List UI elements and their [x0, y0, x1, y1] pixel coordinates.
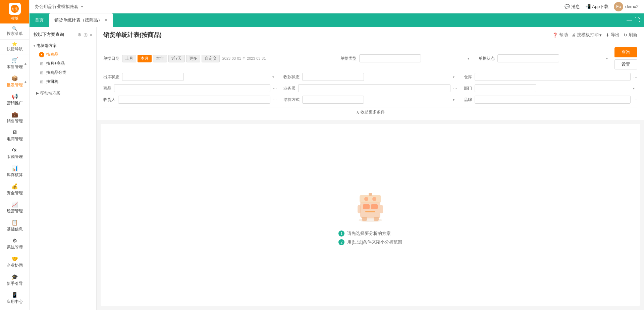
- receiver-label: 收货人: [103, 97, 115, 103]
- sidebar-item-apps[interactable]: 📱 应用中心: [0, 289, 29, 307]
- collapse-button[interactable]: ∧ 收起更多条件: [356, 109, 385, 115]
- product-more-icon[interactable]: ···: [273, 86, 277, 91]
- panel-collapse-icon[interactable]: «: [90, 32, 92, 37]
- print-button[interactable]: 🖨 按模板打印 ▾: [572, 32, 602, 38]
- user-info[interactable]: Ea demo2: [614, 2, 639, 11]
- panel-section-mobile-title[interactable]: ▶ 移动端方案: [30, 89, 96, 97]
- warehouse-input[interactable]: [475, 73, 631, 81]
- docstatus-input[interactable]: 已生效: [497, 54, 559, 62]
- breadcrumb-dropdown-icon[interactable]: ▾: [81, 5, 83, 8]
- payment-input[interactable]: [302, 73, 364, 81]
- brand-input[interactable]: [475, 96, 631, 104]
- date-btn-more[interactable]: 更多: [186, 55, 200, 62]
- panel-section-pc: ▾ 电脑端方案 ● 按商品 ⊞ 按月+商品 ⊞ 按商品分类 ⊞ 按司机: [30, 40, 96, 88]
- receiver-more-icon[interactable]: ···: [273, 97, 277, 102]
- date-btn-custom[interactable]: 自定义: [202, 55, 220, 62]
- sidebar-item-sales[interactable]: 💼 销售管理: [0, 109, 29, 127]
- docstatus-label: 单据状态: [479, 56, 495, 61]
- message-button[interactable]: 💬 消息: [565, 4, 580, 10]
- sidebar-item-sales-label: 销售管理: [7, 118, 23, 124]
- department-input[interactable]: [475, 84, 536, 92]
- filter-payment-field: 收款状态 ▾: [283, 73, 457, 81]
- outstatus-input[interactable]: 已出库: [122, 73, 184, 81]
- salesperson-more-icon[interactable]: ···: [453, 86, 457, 91]
- tab-minimize-icon[interactable]: —: [627, 17, 632, 23]
- outstatus-label: 出库状态: [103, 74, 119, 80]
- tab-maximize-icon[interactable]: ⛶: [635, 17, 640, 23]
- query-button[interactable]: 查询: [614, 47, 637, 57]
- product-input[interactable]: [114, 84, 270, 92]
- tab-home[interactable]: 首页: [30, 13, 49, 27]
- export-button[interactable]: ⬇ 导出: [606, 32, 620, 38]
- svg-rect-4: [363, 204, 370, 209]
- logo-label: 标版: [11, 16, 18, 21]
- refresh-button[interactable]: ↻ 刷新: [624, 32, 637, 38]
- panel-item-by-product[interactable]: ● 按商品: [30, 50, 96, 59]
- sidebar-item-system[interactable]: ⚙ 系统管理: [0, 235, 29, 253]
- sidebar-item-inventory-label: 库存核算: [7, 172, 23, 178]
- sidebar-item-enterprise[interactable]: 🤝 企业协同: [0, 253, 29, 271]
- settlement-input[interactable]: [302, 96, 364, 104]
- settings-button[interactable]: 设置: [614, 59, 637, 69]
- tab-report-label: 销货单统计表（按商品）: [54, 17, 102, 23]
- search-menu-item[interactable]: 🔍 搜索菜单: [0, 23, 29, 40]
- sidebar-logo[interactable]: 好生 标版: [0, 0, 29, 23]
- salesperson-input[interactable]: [298, 84, 450, 92]
- doctype-input[interactable]: 销货单: [359, 54, 421, 62]
- search-menu-label: 搜索菜单: [0, 31, 29, 37]
- date-btn-last-month[interactable]: 上月: [122, 55, 136, 62]
- sidebar-item-purchase[interactable]: 🛍 采购管理: [0, 145, 29, 162]
- panel-item-by-printer[interactable]: ⊞ 按司机: [30, 77, 96, 86]
- retail-icon: 🛒: [11, 57, 18, 63]
- date-btn-this-year[interactable]: 本年: [153, 55, 167, 62]
- date-btn-7days[interactable]: 近7天: [168, 55, 185, 62]
- tab-report[interactable]: 销货单统计表（按商品） ✕: [49, 13, 113, 27]
- svg-rect-3: [360, 202, 380, 218]
- tip-text-2: 用[过滤]条件来缩小分析范围: [347, 239, 402, 245]
- sidebar-item-ecommerce[interactable]: 🖥 电商管理: [0, 127, 29, 145]
- panel-item-by-month-product[interactable]: ⊞ 按月+商品: [30, 59, 96, 68]
- panel-add-icon[interactable]: ⊕: [77, 32, 82, 37]
- logo-icon: 好生: [9, 3, 21, 15]
- print-dropdown-icon[interactable]: ▾: [599, 33, 602, 38]
- outstatus-select-wrapper: 已出库 ▾: [122, 73, 277, 81]
- svg-text:好生: 好生: [11, 7, 18, 11]
- quick-nav-item[interactable]: ⭐ 快捷导航: [0, 40, 29, 54]
- panel-section-pc-title[interactable]: ▾ 电脑端方案: [30, 42, 96, 50]
- settlement-select-wrapper: ▾: [302, 96, 457, 104]
- sidebar-item-finance-label: 资金管理: [7, 190, 23, 196]
- sidebar-item-retail[interactable]: 🛒 零售管理 ▲: [0, 54, 29, 72]
- svg-rect-11: [360, 195, 381, 203]
- sidebar-item-finance[interactable]: 💰 资金管理: [0, 180, 29, 199]
- panel-settings-icon[interactable]: ◎: [84, 32, 88, 37]
- by-month-icon: ⊞: [39, 61, 44, 66]
- sidebar-item-wechat[interactable]: 💬 企业微信: [0, 307, 29, 310]
- date-label: 单据日期: [103, 56, 119, 61]
- salesperson-label: 业务员: [283, 86, 296, 91]
- message-label: 消息: [571, 4, 580, 10]
- print-icon: 🖨: [572, 33, 576, 38]
- message-icon: 💬: [565, 4, 570, 9]
- wholesale-arrow-icon: ▲: [24, 80, 27, 84]
- app-download-button[interactable]: 📲 App下载: [585, 4, 608, 10]
- receiver-input[interactable]: [118, 96, 270, 104]
- brand-more-icon[interactable]: ···: [633, 97, 637, 102]
- page-title-row: 销货单统计表(按商品) ❓ 帮助 🖨 按模板打印 ▾ ⬇: [103, 31, 637, 39]
- tab-close-icon[interactable]: ✕: [104, 18, 108, 22]
- sidebar-item-guide[interactable]: 🎓 新手引导: [0, 271, 29, 289]
- warehouse-more-icon[interactable]: ···: [633, 74, 637, 80]
- sidebar-item-wholesale[interactable]: 📦 批发管理 ▲: [0, 72, 29, 91]
- sidebar-item-inventory[interactable]: 📊 库存核算: [0, 162, 29, 180]
- help-button[interactable]: ❓ 帮助: [552, 32, 568, 38]
- sidebar-item-basic-label: 基础信息: [7, 226, 23, 232]
- purchase-icon: 🛍: [12, 147, 17, 153]
- date-btn-this-month[interactable]: 本月: [138, 55, 152, 62]
- help-icon: ❓: [552, 33, 558, 38]
- sidebar-item-marketing[interactable]: 📢 营销推广: [0, 91, 29, 109]
- sidebar-item-operations[interactable]: 📈 经营管理: [0, 199, 29, 217]
- panel-item-by-category[interactable]: ⊞ 按商品分类: [30, 68, 96, 77]
- sidebar-item-basic[interactable]: 📋 基础信息: [0, 217, 29, 235]
- avatar: Ea: [614, 2, 623, 11]
- doctype-label: 单据类型: [340, 56, 357, 61]
- retail-arrow-icon: ▲: [24, 62, 27, 65]
